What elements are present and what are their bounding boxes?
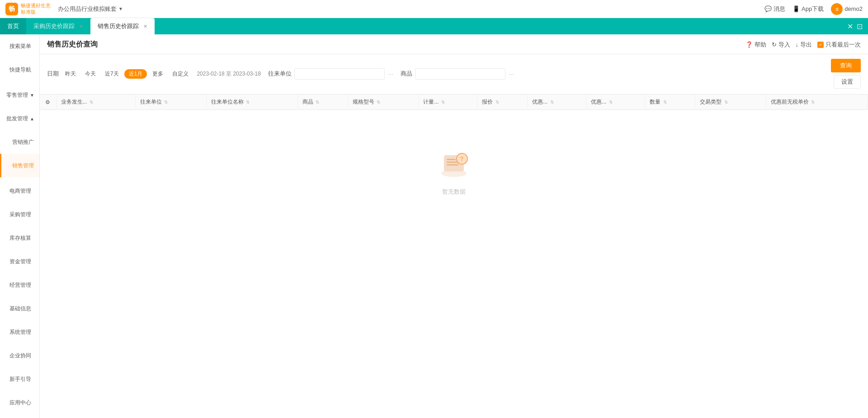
th-spec[interactable]: 规格型号 ⇅ — [348, 95, 419, 110]
sales-tab-label: 销售历史价跟踪 — [98, 22, 139, 30]
help-icon: ❓ — [745, 41, 753, 48]
page-title-row: 销售历史价查询 ❓ 帮助 ↻ 导入 ↓ 导出 ✓ — [47, 40, 861, 54]
sidebar-item-basic-info[interactable]: 基础信息 — [0, 297, 39, 320]
app-selector[interactable]: 办公用品行业模拟账套 ▼ — [54, 3, 127, 15]
date-custom-button[interactable]: 自定义 — [169, 69, 192, 79]
sort-icon-10: ⇅ — [663, 100, 667, 104]
th-pretax-price[interactable]: 优惠前无税单价 ⇅ — [766, 95, 868, 110]
sidebar-item-system[interactable]: 系统管理 — [0, 320, 39, 344]
counterpart-label: 往来单位 — [268, 70, 292, 78]
chevron-down-icon: ▼ — [30, 93, 34, 98]
sort-icon-11: ⇅ — [724, 100, 728, 104]
sidebar-item-search[interactable]: 搜索菜单 — [0, 34, 39, 58]
date-buttons: 昨天 今天 近7天 近1月 更多 自定义 — [61, 69, 192, 79]
logo-area: 畅 畅捷通好生意 标准版 — [5, 3, 51, 15]
only-last-checkbox[interactable]: ✓ 只看最后一次 — [817, 41, 861, 49]
app-download-button[interactable]: 📱 App下载 — [793, 5, 824, 13]
th-business-date-label: 业务发生... — [61, 99, 87, 105]
sort-icon-7: ⇅ — [495, 100, 499, 104]
goods-dots: ··· — [509, 71, 514, 77]
empty-state: ? 暂无数据 — [40, 110, 868, 232]
close-sales-tab-button[interactable]: ✕ — [143, 24, 147, 29]
date-label: 日期 — [47, 70, 59, 78]
chevron-up-icon: ▲ — [30, 116, 34, 121]
th-counterpart[interactable]: 往来单位 ⇅ — [136, 95, 207, 110]
date-yesterday-button[interactable]: 昨天 — [61, 69, 80, 79]
svg-rect-2 — [447, 159, 456, 160]
logo-text: 畅捷通好生意 标准版 — [21, 3, 51, 14]
gear-icon: ⚙ — [45, 99, 50, 105]
tab-home[interactable]: 首页 — [0, 18, 26, 34]
sidebar-item-sales-management[interactable]: 销售管理 — [0, 154, 39, 177]
sidebar-item-ecommerce[interactable]: 电商管理 — [0, 179, 39, 203]
date-filter-group: 日期 昨天 今天 近7天 近1月 更多 自定义 2023-02-18 至 202… — [47, 69, 261, 79]
goods-input[interactable] — [415, 68, 505, 80]
tab-bar: 首页 采购历史价跟踪 ✕ 销售历史价跟踪 ✕ ✕ ⊡ — [0, 18, 868, 34]
export-icon: ↓ — [796, 41, 799, 48]
help-button[interactable]: ❓ 帮助 — [745, 41, 766, 49]
user-avatar-button[interactable]: d demo2 — [831, 3, 863, 15]
purchase-tab-label: 采购历史价跟踪 — [33, 22, 75, 30]
th-settings[interactable]: ⚙ — [40, 95, 56, 110]
th-discount1[interactable]: 优惠... ⇅ — [528, 95, 586, 110]
svg-text:?: ? — [460, 155, 464, 162]
table-container: ⚙ 业务发生... ⇅ 往来单位 ⇅ 往来单位名称 ⇅ — [40, 95, 868, 418]
date-today-button[interactable]: 今天 — [81, 69, 99, 79]
date-more-button[interactable]: 更多 — [149, 69, 167, 79]
counterpart-dots: ··· — [388, 71, 393, 77]
sidebar-item-newbie-guide[interactable]: 新手引导 — [0, 367, 39, 391]
message-button[interactable]: 💬 消息 — [764, 5, 785, 13]
settings-button[interactable]: 设置 — [834, 75, 861, 89]
sidebar-item-retail[interactable]: 零售管理 ▼ — [0, 83, 39, 107]
sidebar-item-inventory[interactable]: 库存核算 — [0, 226, 39, 250]
top-bar-left: 畅 畅捷通好生意 标准版 办公用品行业模拟账套 ▼ — [5, 3, 127, 15]
counterpart-input[interactable] — [294, 68, 385, 80]
close-purchase-tab-button[interactable]: ✕ — [79, 24, 83, 29]
sidebar-sales-label: 销售管理 — [12, 162, 34, 170]
filter-bar: 日期 昨天 今天 近7天 近1月 更多 自定义 2023-02-18 至 202… — [40, 54, 868, 95]
maximize-icon[interactable]: ⊡ — [857, 22, 863, 31]
logo-icon: 畅 — [5, 3, 18, 15]
sidebar-item-enterprise-collab[interactable]: 企业协同 — [0, 344, 39, 367]
th-counterpart-name[interactable]: 往来单位名称 ⇅ — [206, 95, 297, 110]
query-button[interactable]: 查询 — [831, 59, 861, 72]
sidebar-item-finance[interactable]: 资金管理 — [0, 250, 39, 273]
page-actions: ❓ 帮助 ↻ 导入 ↓ 导出 ✓ 只看最后一次 — [745, 41, 861, 49]
sidebar-item-purchase[interactable]: 采购管理 — [0, 203, 39, 226]
import-button[interactable]: ↻ 导入 — [772, 41, 790, 49]
message-icon: 💬 — [764, 5, 772, 12]
tab-sales-history[interactable]: 销售历史价跟踪 ✕ — [90, 18, 155, 34]
sort-icon-8: ⇅ — [550, 100, 554, 104]
download-icon: 📱 — [793, 5, 800, 12]
sidebar-item-enterprise-wechat[interactable]: 企业微信 — [0, 414, 39, 418]
date-7days-button[interactable]: 近7天 — [101, 69, 123, 79]
th-unit[interactable]: 计量... ⇅ — [419, 95, 477, 110]
sidebar-search-label: 搜索菜单 — [9, 43, 31, 50]
main-layout: 搜索菜单 快捷导航 零售管理 ▼ 批发管理 ▲ 营销推广 销售管理 电商管理 采… — [0, 34, 868, 418]
sidebar-item-wholesale[interactable]: 批发管理 ▲ — [0, 107, 39, 130]
sidebar-item-app-center[interactable]: 应用中心 — [0, 391, 39, 414]
th-business-date[interactable]: 业务发生... ⇅ — [56, 95, 136, 110]
import-icon: ↻ — [772, 41, 777, 48]
counterpart-filter-group: 往来单位 ··· — [268, 68, 393, 80]
page-header: 销售历史价查询 ❓ 帮助 ↻ 导入 ↓ 导出 ✓ — [40, 34, 868, 54]
th-price[interactable]: 报价 ⇅ — [477, 95, 528, 110]
tab-purchase-history[interactable]: 采购历史价跟踪 ✕ — [26, 18, 90, 34]
th-discount2[interactable]: 优惠... ⇅ — [586, 95, 645, 110]
sidebar-item-quick-nav[interactable]: 快捷导航 — [0, 58, 39, 81]
sidebar-retail-label: 零售管理 — [6, 91, 28, 99]
sidebar-marketing-label: 营销推广 — [12, 138, 34, 146]
close-window-icon[interactable]: ✕ — [847, 22, 853, 31]
sidebar-item-marketing[interactable]: 营销推广 — [0, 130, 39, 154]
th-goods[interactable]: 商品 ⇅ — [297, 95, 348, 110]
query-actions: 查询 设置 — [831, 59, 861, 89]
sort-icon-5: ⇅ — [377, 100, 380, 104]
export-button[interactable]: ↓ 导出 — [796, 41, 812, 49]
th-quantity[interactable]: 数量 ⇅ — [645, 95, 695, 110]
top-bar-right: 💬 消息 📱 App下载 d demo2 — [764, 3, 863, 15]
date-1month-button[interactable]: 近1月 — [124, 69, 147, 79]
checkbox-checked-icon: ✓ — [817, 42, 824, 48]
sidebar-item-operation[interactable]: 经营管理 — [0, 273, 39, 297]
th-transaction-type[interactable]: 交易类型 ⇅ — [695, 95, 766, 110]
sidebar-wholesale-label: 批发管理 — [6, 115, 28, 123]
